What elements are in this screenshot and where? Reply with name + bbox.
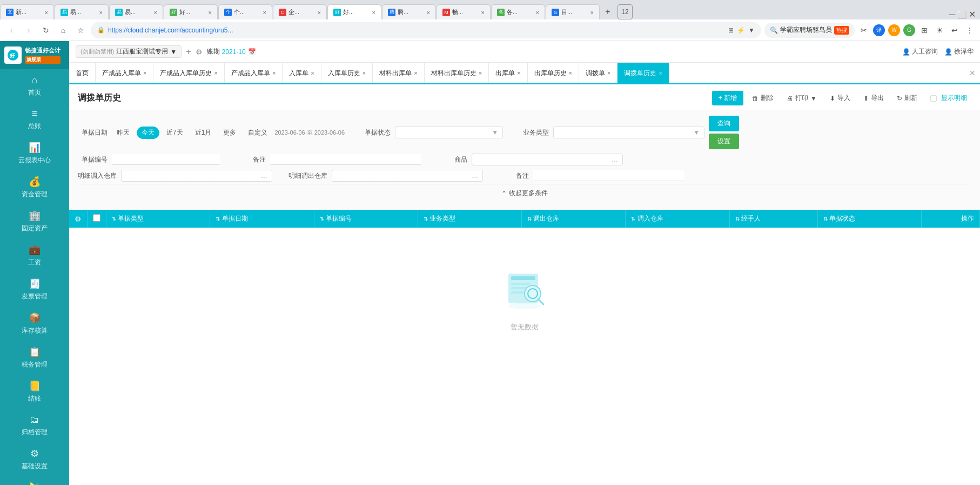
settings-filter-button[interactable]: 设置 [709, 134, 739, 149]
add-company-button[interactable]: + [186, 47, 191, 57]
remark2-input[interactable] [533, 170, 684, 181]
undo-icon[interactable]: ↩ [949, 24, 961, 36]
tab-transfer[interactable]: 调拨单 × [579, 63, 617, 84]
browser-tab-1[interactable]: 文 新... × [0, 4, 54, 19]
browser-tab-6[interactable]: C 企... × [273, 4, 327, 19]
detail-out-more-icon[interactable]: … [472, 172, 478, 180]
remark-input[interactable] [270, 154, 421, 165]
brightness-icon[interactable]: ☀ [934, 24, 945, 36]
tab-product-in-hist[interactable]: 产成品入库单历史 × [153, 63, 224, 84]
sidebar-item-stock[interactable]: 📦 库存核算 [0, 307, 69, 341]
more-icon[interactable]: ⋮ [964, 24, 976, 36]
tab-count-badge[interactable]: 12 [617, 4, 633, 19]
browser-tab-7[interactable]: 好 好... × [327, 4, 381, 19]
today-btn[interactable]: 今天 [137, 127, 159, 139]
browser-tab-9[interactable]: M 畅... × [437, 4, 491, 19]
apps-icon[interactable]: ⊞ [918, 24, 930, 36]
doc-no-input[interactable] [112, 154, 220, 165]
tab-close-11[interactable]: × [590, 9, 594, 16]
tab-transfer-hist[interactable]: 调拨单历史 × [617, 63, 669, 84]
home-button[interactable]: ⌂ [56, 23, 70, 37]
status-select[interactable]: ▼ [395, 127, 503, 138]
week-btn[interactable]: 近7天 [162, 127, 188, 139]
table-header-doc-no[interactable]: ⇅ 单据编号 [314, 210, 418, 228]
more-btn[interactable]: 更多 [218, 127, 241, 139]
translate-icon[interactable]: 译 [873, 24, 885, 36]
address-bar[interactable]: 🔒 https://cloud.chanjet.com/accounting/u… [91, 22, 761, 38]
show-cols-checkbox[interactable] [930, 95, 937, 102]
goods-more-icon[interactable]: … [612, 156, 618, 163]
tab-close-product-in2[interactable]: × [272, 70, 276, 76]
tab-close-out-order[interactable]: × [517, 70, 520, 76]
show-cols-button[interactable]: 显示明细 [926, 91, 971, 105]
tab-home[interactable]: 首页 [69, 63, 96, 84]
tab-out-order-hist[interactable]: 出库单历史 × [528, 63, 579, 84]
tab-close-in-order[interactable]: × [311, 70, 314, 76]
tab-material-out[interactable]: 材料出库单 × [373, 63, 424, 84]
browser-tab-8[interactable]: 腾 腾... × [382, 4, 436, 19]
sidebar-item-home[interactable]: ⌂ 首页 [0, 69, 69, 103]
tab-close-out-order-hist[interactable]: × [569, 70, 572, 76]
scissors-icon[interactable]: ✂ [858, 24, 870, 36]
maximize-button[interactable]: ⬜ [957, 10, 966, 19]
table-header-gear[interactable]: ⚙ [69, 210, 88, 228]
tab-close-6[interactable]: × [318, 9, 321, 16]
company-selector[interactable]: (勿删勿禁用) 江西服宝测试专用 ▼ [76, 45, 182, 58]
tab-close-transfer[interactable]: × [607, 70, 610, 76]
minimize-button[interactable]: ─ [949, 10, 955, 19]
print-button[interactable]: 🖨 打印 ▼ [782, 91, 821, 105]
user-avatar[interactable]: 👤 徐泽华 [944, 47, 974, 56]
tab-close-9[interactable]: × [481, 9, 485, 16]
browser-search[interactable]: 🔍 学霸应聘场驱鸟员 热搜 [764, 23, 855, 38]
sidebar-item-settings[interactable]: ⚙ 基础设置 [0, 442, 69, 476]
tab-close-3[interactable]: × [154, 9, 157, 16]
tab-bar-close-all[interactable]: ✕ [969, 69, 980, 77]
import-button[interactable]: ⬇ 导入 [825, 91, 855, 105]
export-button[interactable]: ⬆ 导出 [859, 91, 888, 105]
wallet-icon[interactable]: W [888, 24, 900, 36]
forward-button[interactable]: › [22, 23, 36, 37]
yesterday-btn[interactable]: 昨天 [112, 127, 135, 139]
sidebar-item-asset[interactable]: 🏢 固定资产 [0, 204, 69, 238]
tab-close-1[interactable]: × [45, 9, 48, 16]
bookmark-button[interactable]: ☆ [73, 23, 88, 37]
table-header-checkbox[interactable] [88, 210, 106, 228]
table-header-out-warehouse[interactable]: ⇅ 调出仓库 [522, 210, 626, 228]
table-header-doc-date[interactable]: ⇅ 单据日期 [210, 210, 314, 228]
goods-select[interactable]: … [472, 154, 623, 165]
browser-tab-11[interactable]: S 目... × [546, 4, 600, 19]
browser-tab-2[interactable]: 易 易... × [55, 4, 109, 19]
tab-close-10[interactable]: × [536, 9, 539, 16]
service-button[interactable]: 👤 人工咨询 [902, 47, 938, 56]
month-btn[interactable]: 近1月 [190, 127, 217, 139]
tab-in-order-hist[interactable]: 入库单历史 × [321, 63, 373, 84]
browser-tab-10[interactable]: 各 各... × [491, 4, 545, 19]
tab-close-in-order-hist[interactable]: × [363, 70, 366, 76]
sidebar-item-archive[interactable]: 🗂 归档管理 [0, 409, 69, 442]
tab-close-product-in[interactable]: × [143, 70, 146, 76]
tab-close-material-out-hist[interactable]: × [479, 70, 482, 76]
detail-in-more-icon[interactable]: … [261, 172, 267, 180]
tab-close-4[interactable]: × [209, 9, 212, 16]
close-button[interactable]: ✕ [969, 9, 976, 19]
back-button[interactable]: ‹ [4, 23, 18, 37]
gear-icon[interactable]: ⚙ [75, 215, 82, 223]
new-button[interactable]: + 新增 [712, 91, 743, 105]
close-all-tabs-icon[interactable]: ✕ [969, 69, 976, 77]
tab-close-product-in-hist[interactable]: × [214, 70, 217, 76]
sidebar-item-guide[interactable]: 🔰 新手引导 [0, 476, 69, 485]
detail-in-select[interactable]: … [121, 170, 272, 182]
refresh-button[interactable]: ↻ 刷新 [892, 91, 922, 105]
calendar-icon[interactable]: 📅 [248, 48, 256, 56]
tab-close-7[interactable]: × [372, 9, 375, 16]
collapse-button[interactable]: ⌃ 收起更多条件 [495, 187, 554, 200]
tab-material-out-hist[interactable]: 材料出库单历史 × [425, 63, 489, 84]
sidebar-item-payroll[interactable]: 💼 工资 [0, 238, 69, 273]
tab-close-8[interactable]: × [427, 9, 430, 16]
refresh-button[interactable]: ↻ [39, 23, 53, 37]
tab-product-in2[interactable]: 产成品入库单 × [225, 63, 283, 84]
new-tab-button[interactable]: + [600, 4, 615, 19]
tab-in-order[interactable]: 入库单 × [283, 63, 321, 84]
browser-tab-5[interactable]: 个 个... × [218, 4, 272, 19]
detail-out-select[interactable]: … [332, 170, 483, 182]
